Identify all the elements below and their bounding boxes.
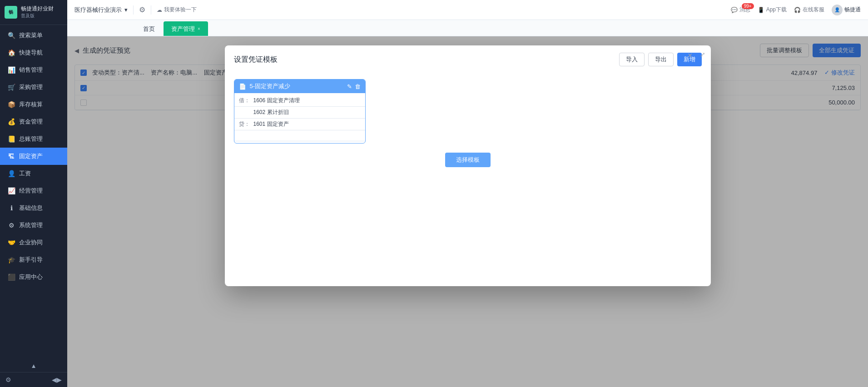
settings-footer-btn[interactable]: ⚙ xyxy=(5,376,11,383)
messages-btn[interactable]: 💬 消息 99+ xyxy=(731,6,750,14)
template-delete-btn[interactable]: 🗑 xyxy=(355,83,361,90)
entry-empty-cols-2 xyxy=(293,109,361,116)
online-service-label: 在线客服 xyxy=(803,6,824,14)
tab-home-label: 首页 xyxy=(143,25,155,33)
sidebar-item-enterprise[interactable]: 🤝 企业协同 xyxy=(0,234,67,251)
payroll-icon: 👤 xyxy=(7,169,15,178)
sidebar-item-apps-label: 应用中心 xyxy=(19,273,43,281)
entry-account-1: 1606 固定资产清理 xyxy=(253,97,300,104)
sidebar-item-purchase-label: 采购管理 xyxy=(19,83,43,91)
app-logo: 畅 xyxy=(5,6,17,19)
template-card-actions: ✎ 🗑 xyxy=(347,83,361,90)
topbar-right: 💬 消息 99+ 📱 App下载 🎧 在线客服 👤 畅捷通 xyxy=(731,5,861,15)
app-download-btn[interactable]: 📱 App下载 xyxy=(758,6,787,14)
online-service-btn[interactable]: 🎧 在线客服 xyxy=(794,6,824,14)
app-edition: 普及版 xyxy=(21,13,54,19)
inventory-icon: 📦 xyxy=(7,100,15,109)
sidebar-item-search-label: 搜索菜单 xyxy=(19,31,43,40)
collapse-sidebar-btn[interactable]: ◀▶ xyxy=(52,376,62,383)
sidebar-item-operations[interactable]: 📈 经营管理 xyxy=(0,182,67,199)
messages-badge: 99+ xyxy=(742,3,754,9)
template-doc-icon: 📄 xyxy=(239,83,246,90)
sidebar-item-system-label: 系统管理 xyxy=(19,221,43,229)
sidebar-item-quicknav[interactable]: 🏠 快捷导航 xyxy=(0,44,67,61)
sidebar-item-fixed-assets[interactable]: 🏗 固定资产 xyxy=(0,148,67,165)
app-title: 畅捷通好业财 xyxy=(21,5,54,13)
template-card-title: 5-固定资产减少 xyxy=(250,82,343,90)
user-name: 畅捷通 xyxy=(844,6,861,14)
sidebar-item-operations-label: 经营管理 xyxy=(19,187,43,195)
tabbar: 首页 资产管理 × xyxy=(67,20,868,36)
sidebar-header: 畅 畅捷通好业财 普及版 xyxy=(0,0,67,25)
quicknav-icon: 🏠 xyxy=(7,49,15,57)
tab-close-icon[interactable]: × xyxy=(198,26,200,31)
sidebar-item-payroll-label: 工资 xyxy=(19,169,31,178)
user-profile-btn[interactable]: 👤 畅捷通 xyxy=(832,5,861,15)
sales-icon: 📊 xyxy=(7,66,15,74)
template-edit-btn[interactable]: ✎ xyxy=(347,83,352,90)
sidebar-item-sales-label: 销售管理 xyxy=(19,66,43,74)
export-btn[interactable]: 导出 xyxy=(648,53,674,66)
sidebar-item-apps[interactable]: ⬛ 应用中心 xyxy=(0,268,67,286)
template-card-header: 📄 5-固定资产减少 ✎ 🗑 xyxy=(234,79,365,93)
sidebar-nav: 🔍 搜索菜单 🏠 快捷导航 📊 销售管理 🛒 采购管理 📦 库存核算 💰 xyxy=(0,25,67,360)
modal-header: 设置凭证模板 导入 导出 新增 × ⤢ xyxy=(225,45,711,72)
company-dropdown-icon: ▾ xyxy=(124,6,128,13)
system-icon: ⚙ xyxy=(7,221,15,229)
sidebar-item-basic-info[interactable]: ℹ 基础信息 xyxy=(0,199,67,217)
sidebar-item-funds-label: 资金管理 xyxy=(19,118,43,126)
sidebar-item-inventory-label: 库存核算 xyxy=(19,100,43,109)
sidebar-item-guide[interactable]: 🎓 新手引导 xyxy=(0,251,67,268)
entry-account-2: 1602 累计折旧 xyxy=(253,109,289,116)
modal-close-btn[interactable]: × xyxy=(688,51,693,60)
enterprise-icon: 🤝 xyxy=(7,238,15,247)
sidebar-item-quicknav-label: 快捷导航 xyxy=(19,49,43,57)
modal-title: 设置凭证模板 xyxy=(234,55,278,64)
template-entry-3: 贷： 1601 固定资产 xyxy=(234,119,365,130)
sidebar-item-basic-info-label: 基础信息 xyxy=(19,204,43,212)
sidebar-item-fixed-assets-label: 固定资产 xyxy=(19,152,43,160)
select-template-btn[interactable]: 选择模板 xyxy=(445,153,491,167)
main-content: 医疗器械行业演示 ▾ ⚙ ☁ 我要体验一下 💬 消息 99+ 📱 App下载 xyxy=(67,0,868,387)
operations-icon: 📈 xyxy=(7,187,15,195)
entry-side-3: 贷： xyxy=(239,120,250,128)
sidebar-item-search[interactable]: 🔍 搜索菜单 xyxy=(0,27,67,44)
tab-asset-management[interactable]: 资产管理 × xyxy=(164,21,208,36)
sidebar-item-guide-label: 新手引导 xyxy=(19,256,43,264)
import-btn[interactable]: 导入 xyxy=(619,53,645,66)
company-selector[interactable]: 医疗器械行业演示 ▾ xyxy=(74,6,128,14)
cloud-label: 我要体验一下 xyxy=(164,6,197,14)
sidebar-item-payroll[interactable]: 👤 工资 xyxy=(0,165,67,182)
entry-empty-row xyxy=(239,132,361,139)
entry-empty-cols-1 xyxy=(303,97,361,104)
tab-asset-label: 资产管理 xyxy=(171,25,195,33)
ledger-icon: 📒 xyxy=(7,135,15,143)
service-icon: 🎧 xyxy=(794,7,801,13)
search-icon: 🔍 xyxy=(7,31,15,40)
sidebar-item-purchase[interactable]: 🛒 采购管理 xyxy=(0,79,67,96)
sidebar-item-system[interactable]: ⚙ 系统管理 xyxy=(0,217,67,234)
download-icon: 📱 xyxy=(758,7,764,13)
topbar-divider-2 xyxy=(151,5,151,15)
modal-resize-btn[interactable]: ⤢ xyxy=(700,51,705,58)
sidebar-item-inventory[interactable]: 📦 库存核算 xyxy=(0,96,67,113)
sidebar-item-sales[interactable]: 📊 销售管理 xyxy=(0,61,67,79)
user-avatar: 👤 xyxy=(832,5,843,15)
apps-icon: ⬛ xyxy=(7,273,15,281)
entry-empty-cols-3 xyxy=(293,120,361,128)
message-icon: 💬 xyxy=(731,7,738,13)
sidebar-scroll-down[interactable]: ▲ xyxy=(0,360,67,372)
funds-icon: 💰 xyxy=(7,118,15,126)
fixed-assets-icon: 🏗 xyxy=(7,152,15,160)
topbar-divider-1 xyxy=(133,5,134,15)
sidebar-item-funds[interactable]: 💰 资金管理 xyxy=(0,113,67,130)
cloud-experience[interactable]: ☁ 我要体验一下 xyxy=(157,6,197,14)
topbar-settings-icon[interactable]: ⚙ xyxy=(139,5,145,14)
modal-overlay: 设置凭证模板 导入 导出 新增 × ⤢ 📄 xyxy=(67,36,868,387)
template-card-body: 借： 1606 固定资产清理 1602 累计折旧 xyxy=(234,93,365,143)
app-download-label: App下载 xyxy=(766,6,787,14)
basic-info-icon: ℹ xyxy=(7,204,15,212)
tab-home[interactable]: 首页 xyxy=(135,21,163,36)
sidebar-item-ledger[interactable]: 📒 总账管理 xyxy=(0,130,67,148)
cloud-icon: ☁ xyxy=(157,7,162,13)
